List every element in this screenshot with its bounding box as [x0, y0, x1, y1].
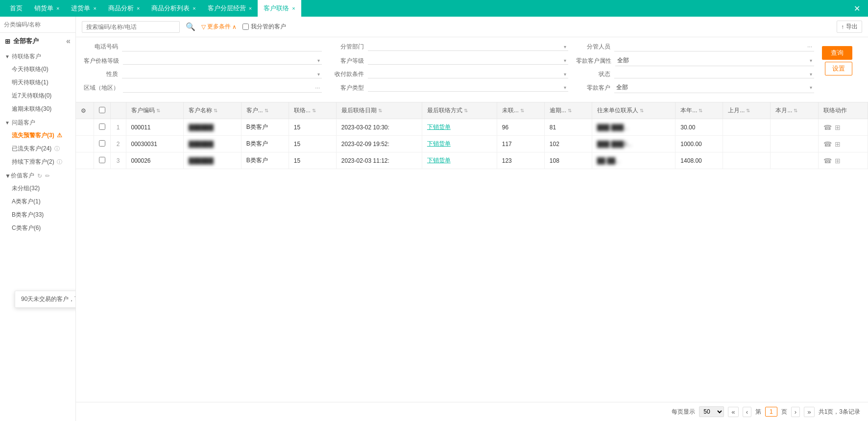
- col-this-year[interactable]: 本年... ⇅: [675, 102, 723, 119]
- edit-value-icon[interactable]: ✏: [45, 173, 50, 179]
- row-last-way[interactable]: 下销货单: [422, 119, 497, 136]
- col-settings[interactable]: ⚙: [76, 102, 94, 119]
- col-contact[interactable]: 联络... ⇅: [289, 102, 336, 119]
- settings-button[interactable]: 设置: [825, 62, 852, 75]
- close-tab-purchase[interactable]: ×: [93, 5, 96, 11]
- row-checkbox-cell[interactable]: [94, 152, 110, 169]
- row-checkbox-cell[interactable]: [94, 119, 110, 136]
- row-checkbox[interactable]: [99, 157, 105, 163]
- col-name[interactable]: 客户名称 ⇅: [184, 102, 241, 119]
- price-level-select[interactable]: ▾: [123, 57, 322, 65]
- customer-type-select[interactable]: ▾: [368, 84, 568, 92]
- tab-customer-contact[interactable]: 客户联络 ×: [258, 0, 301, 17]
- row-checkbox[interactable]: [99, 124, 105, 130]
- row-more-icon[interactable]: ⊞: [835, 124, 841, 131]
- row-actions: ☎ ⊞: [818, 152, 868, 169]
- row-checkbox-cell[interactable]: [94, 136, 110, 152]
- last-page-button[interactable]: »: [804, 407, 814, 417]
- close-tab-analysis[interactable]: ×: [137, 5, 140, 11]
- refresh-value-icon[interactable]: ↻: [37, 173, 42, 179]
- manager-dots[interactable]: ···: [807, 43, 812, 50]
- col-this-month[interactable]: 本月... ⇅: [771, 102, 818, 119]
- table-row[interactable]: 2 00030031 ██████ B类客户 15 2023-02-09 19:…: [76, 136, 868, 152]
- price-level-label: 客户价格等级: [84, 57, 119, 65]
- col-overdue[interactable]: 逾期... ⇅: [544, 102, 592, 119]
- row-checkbox[interactable]: [99, 140, 105, 147]
- phone-input[interactable]: [122, 42, 322, 51]
- first-page-button[interactable]: «: [728, 407, 738, 417]
- row-this-year: 1000.00: [675, 136, 723, 152]
- col-last-date[interactable]: 最后联络日期 ⇅: [336, 102, 422, 119]
- tab-analysis[interactable]: 商品分析 ×: [102, 0, 145, 17]
- col-last-month[interactable]: 上月... ⇅: [723, 102, 771, 119]
- sidebar-collapse-button[interactable]: «: [66, 37, 71, 46]
- sidebar-all-customers[interactable]: ⊞ 全部客户 «: [0, 33, 75, 50]
- filter-my-customers[interactable]: 我分管的客户: [242, 23, 286, 31]
- my-customers-checkbox[interactable]: [242, 24, 249, 30]
- row-contact-icon[interactable]: ☎: [823, 140, 832, 148]
- settings-icon[interactable]: ⚙: [81, 107, 86, 114]
- dept-select[interactable]: ▾: [368, 43, 568, 51]
- per-page-select[interactable]: 50 20 100: [699, 406, 724, 417]
- zero-attribute-select[interactable]: 全部 ▾: [615, 55, 814, 66]
- row-last-way[interactable]: 下销货单: [422, 152, 497, 169]
- sidebar-item-week7[interactable]: 近7天待联络(0): [0, 89, 75, 102]
- query-button[interactable]: 查询: [822, 46, 852, 60]
- filter-search-input[interactable]: [82, 21, 180, 33]
- filter-more-conditions[interactable]: ▽ 更多条件 ∧: [201, 23, 237, 31]
- region-dots[interactable]: ···: [315, 84, 320, 91]
- close-tab-customer-contact[interactable]: ×: [292, 5, 295, 11]
- sidebar-item-a-class[interactable]: A类客户(1): [0, 195, 75, 208]
- row-more-icon[interactable]: ⊞: [835, 140, 841, 148]
- close-tab-analysis-list[interactable]: ×: [193, 5, 195, 11]
- sidebar-item-decline[interactable]: 持续下滑客户(2) ⓘ: [0, 155, 75, 169]
- sidebar-item-ungroup[interactable]: 未分组(32): [0, 182, 75, 195]
- filter-row-3: 性质 ▾ 收付款条件 ▾: [84, 70, 814, 78]
- tab-sales[interactable]: 销货单 ×: [28, 0, 65, 17]
- table-row[interactable]: 1 000011 ██████ B类客户 15 2023-03-02 10:30…: [76, 119, 868, 136]
- sidebar-item-overdue[interactable]: 逾期未联络(30): [0, 102, 75, 116]
- table-row[interactable]: 3 000026 ██████ B类客户 15 2023-02-03 11:12…: [76, 152, 868, 169]
- window-close-button[interactable]: ✕: [850, 4, 864, 13]
- customer-level-select[interactable]: ▾: [368, 57, 568, 65]
- select-all-checkbox[interactable]: [99, 107, 105, 113]
- payment-select[interactable]: ▾: [368, 71, 568, 78]
- next-page-button[interactable]: ›: [791, 407, 800, 417]
- row-last-way[interactable]: 下销货单: [422, 136, 497, 152]
- sidebar-item-today[interactable]: 今天待联络(0): [0, 63, 75, 76]
- sidebar-search-input[interactable]: [4, 21, 76, 28]
- sidebar-item-c-class[interactable]: C类客户(6): [0, 222, 75, 235]
- tab-purchase[interactable]: 进货单 ×: [65, 0, 102, 17]
- sidebar-group-problem[interactable]: ▼ 问题客户: [0, 116, 75, 129]
- sidebar-item-loss-warning[interactable]: 流失预警客户(3) ⚠: [0, 129, 75, 142]
- manager-select[interactable]: ···: [614, 42, 814, 51]
- tab-analysis-list[interactable]: 商品分析列表 ×: [145, 0, 201, 17]
- tab-customer-tier[interactable]: 客户分层经营 ×: [202, 0, 258, 17]
- sidebar-item-tomorrow[interactable]: 明天待联络(1): [0, 76, 75, 89]
- close-tab-customer-tier[interactable]: ×: [249, 5, 252, 11]
- col-not-contact[interactable]: 未联... ⇅: [497, 102, 544, 119]
- region-select[interactable]: ···: [123, 83, 322, 93]
- col-unit-contact[interactable]: 往来单位联系人 ⇅: [592, 102, 675, 119]
- nav-home[interactable]: 首页: [4, 4, 28, 13]
- status-select[interactable]: ▾: [614, 71, 814, 78]
- close-tab-sales[interactable]: ×: [56, 5, 59, 11]
- row-this-month: [771, 152, 818, 169]
- prev-page-button[interactable]: ‹: [743, 407, 751, 417]
- col-last-way[interactable]: 最后联络方式 ⇅: [422, 102, 497, 119]
- row-more-icon[interactable]: ⊞: [835, 157, 841, 165]
- filter-search-button[interactable]: 🔍: [186, 22, 195, 31]
- zero-customer-select[interactable]: 全部 ▾: [614, 82, 814, 93]
- filter-field-dept: 分管部门 ▾: [330, 43, 568, 51]
- triangle-icon-value: ▼: [5, 173, 11, 179]
- row-contact-icon[interactable]: ☎: [823, 157, 832, 165]
- col-type[interactable]: 客户... ⇅: [241, 102, 289, 119]
- sidebar-item-b-class[interactable]: B类客户(33): [0, 208, 75, 222]
- sidebar-item-already-lost[interactable]: 已流失客户(24) ⓘ: [0, 142, 75, 155]
- export-button[interactable]: ↑ 导出: [837, 21, 862, 33]
- row-settings-cell: [76, 136, 94, 152]
- row-contact-icon[interactable]: ☎: [823, 124, 832, 131]
- nature-select[interactable]: ▾: [122, 71, 322, 78]
- col-code[interactable]: 客户编码 ⇅: [126, 102, 184, 119]
- sidebar-group-pending-contact[interactable]: ▼ 待联络客户: [0, 50, 75, 63]
